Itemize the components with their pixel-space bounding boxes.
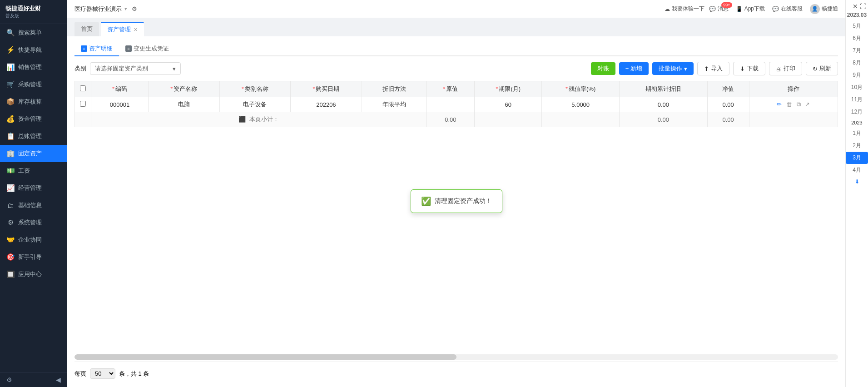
row-purchase-date: 202206 [291,97,362,112]
sidebar-item-fixed-assets[interactable]: 🏢固定资产 [0,145,67,162]
th-residual-rate: *残值率(%) [542,81,620,97]
sidebar-item-purchase[interactable]: 🛒采购管理 [0,76,67,93]
month-6[interactable]: 6月 [846,32,868,45]
copy-icon[interactable]: ⧉ [797,101,801,108]
online-service-btn[interactable]: 💬 在线客服 [772,5,803,13]
import-btn[interactable]: ⬆ 导入 [697,62,729,75]
month-10[interactable]: 10月 [846,81,868,94]
import-icon: ⬆ [704,65,709,72]
sidebar-icon-sales: 📊 [6,63,15,71]
tab-asset-mgmt[interactable]: 资产管理 ✕ [101,22,144,36]
tab-home[interactable]: 首页 [74,22,99,36]
th-period: *期限(月) [475,81,542,97]
refresh-btn[interactable]: ↻ 刷新 [806,62,838,75]
batch-btn[interactable]: 批量操作 ▾ [652,62,694,75]
sidebar-item-collab[interactable]: 🤝企业协同 [0,231,67,248]
panel-close-btn[interactable]: ✕ [853,3,858,10]
sidebar-item-quick-nav[interactable]: ⚡快捷导航 [0,41,67,59]
horizontal-scrollbar[interactable] [74,354,838,360]
toast-message: 清理固定资产成功！ [435,197,492,205]
row-checkbox[interactable] [80,101,86,107]
reconcile-btn[interactable]: 对账 [591,62,615,75]
month-2[interactable]: 2月 [846,139,868,152]
tab-close-icon[interactable]: ✕ [134,27,138,33]
sidebar-icon-sys: ⚙ [6,218,15,227]
collapse-icon[interactable]: ◀ [56,376,61,383]
select-all-checkbox[interactable] [80,85,86,91]
sidebar-label-inventory: 库存核算 [18,98,42,106]
sidebar-label-sys: 系统管理 [18,218,42,227]
month-8[interactable]: 8月 [846,57,868,69]
refresh-icon: ↻ [813,65,818,72]
th-category: *类别名称 [219,81,291,97]
month-7[interactable]: 7月 [846,45,868,57]
app-download-btn[interactable]: 📱 App下载 [736,5,765,13]
edit-icon[interactable]: ✏ [777,101,782,108]
tab-asset-mgmt-label: 资产管理 [107,25,131,34]
new-label: + 新增 [625,64,642,73]
month-9[interactable]: 9月 [846,69,868,81]
sidebar-label-sales: 销售管理 [18,63,42,71]
sidebar-item-funds[interactable]: 💰资金管理 [0,110,67,128]
sidebar-item-ops[interactable]: 📈经营管理 [0,179,67,197]
app-title: 畅捷通好业财 [5,5,62,13]
app-logo: 畅捷通好业财 普及版 [0,0,67,24]
subtab-change-voucher[interactable]: ≡ 变更生成凭证 [119,42,175,56]
sidebar-icon-base-info: 🗂 [6,201,15,209]
reconcile-label: 对账 [597,64,609,73]
row-accumulated: 0.00 [620,97,708,112]
panel-down-btn[interactable]: ⬇ [846,176,868,187]
experience-label: 我要体验一下 [672,5,704,13]
sidebar-item-apps[interactable]: 🔲应用中心 [0,266,67,283]
sidebar-item-base-info[interactable]: 🗂基础信息 [0,197,67,214]
month-11[interactable]: 11月 [846,94,868,106]
settings-icon[interactable]: ⚙ [6,376,12,383]
sidebar-item-guide[interactable]: 🎯新手引导 [0,248,67,266]
company-dropdown-icon[interactable]: ▾ [124,6,127,12]
sidebar-icon-collab: 🤝 [6,236,15,244]
sidebar-label-apps: 应用中心 [18,270,42,278]
th-code: *编码 [91,81,149,97]
sidebar-item-search[interactable]: 🔍搜索菜单 [0,24,67,41]
topbar: 医疗器械行业演示 ▾ ⚙ ☁ 我要体验一下 💬 消息 99+ 📱 App下载 💬… [67,0,845,18]
month-1[interactable]: 1月 [846,127,868,139]
panel-expand-btn[interactable]: ⛶ [860,3,866,10]
new-btn[interactable]: + 新增 [619,62,649,75]
subtab-bar: ≡ 资产明细 ≡ 变更生成凭证 [74,42,838,56]
experience-btn[interactable]: ☁ 我要体验一下 [665,5,704,13]
month-3-current[interactable]: 3月 [846,152,868,164]
subtotal-row: ⬛ 本页小计： 0.00 0.00 0.00 [75,112,838,127]
subtab-asset-detail[interactable]: ≡ 资产明细 [74,42,119,56]
messages-btn[interactable]: 💬 消息 99+ [709,5,729,13]
user-btn[interactable]: 👤 畅捷通 [810,4,838,14]
sidebar-item-payroll[interactable]: 💵工资 [0,162,67,179]
sidebar-item-ledger[interactable]: 📋总账管理 [0,128,67,145]
th-original-value: *原值 [427,81,475,97]
page-content: ≡ 资产明细 ≡ 变更生成凭证 类别 请选择固定资产类别 ▾ 对账 [67,36,845,387]
import-label: 导入 [711,64,723,73]
filter-group: 类别 请选择固定资产类别 ▾ [74,62,181,75]
subtotal-actions [749,112,838,127]
delete-icon[interactable]: 🗑 [786,101,792,108]
scrollbar-thumb[interactable] [74,354,456,360]
sidebar-icon-apps: 🔲 [6,270,15,278]
category-filter[interactable]: 请选择固定资产类别 ▾ [90,62,181,75]
table-row: 000001 电脑 电子设备 202206 年限平均 60 5.0000 0.0… [75,97,838,112]
sidebar-item-sys[interactable]: ⚙系统管理 [0,214,67,231]
sidebar-label-guide: 新手引导 [18,253,42,261]
th-purchase-date: *购买日期 [291,81,362,97]
per-page-select[interactable]: 50 10 20 100 [90,368,115,379]
sidebar-item-inventory[interactable]: 📦库存核算 [0,93,67,110]
print-btn[interactable]: 🖨 打印 [769,62,802,75]
settings-btn[interactable]: ⚙ [132,5,137,12]
download-btn[interactable]: ⬇ 下载 [733,62,765,75]
month-4[interactable]: 4月 [846,164,868,176]
sidebar-icon-search: 🔍 [6,29,15,37]
download-icon: 📱 [736,6,743,12]
month-12[interactable]: 12月 [846,106,868,118]
more-icon[interactable]: ↗ [805,101,810,108]
month-5[interactable]: 5月 [846,20,868,32]
row-period: 60 [475,97,542,112]
success-toast: ✅ 清理固定资产成功！ [411,189,502,213]
sidebar-item-sales[interactable]: 📊销售管理 [0,59,67,76]
